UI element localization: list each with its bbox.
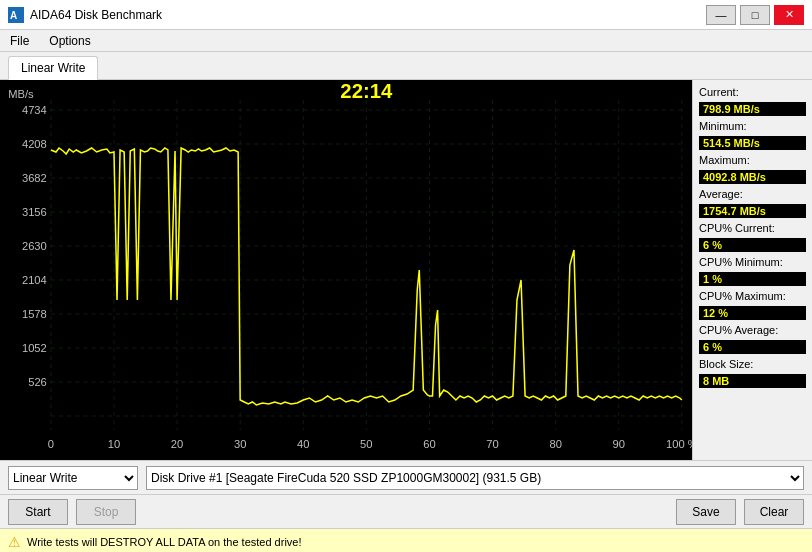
main-content: 4734 4208 3682 3156 2630 2104 1578 1052 … <box>0 80 812 460</box>
svg-text:3682: 3682 <box>22 172 47 184</box>
tab-linear-write[interactable]: Linear Write <box>8 56 98 80</box>
svg-text:30: 30 <box>234 438 246 450</box>
svg-rect-2 <box>0 80 692 460</box>
clear-button[interactable]: Clear <box>744 499 804 525</box>
save-button[interactable]: Save <box>676 499 736 525</box>
current-label: Current: <box>699 86 806 98</box>
svg-text:100 %: 100 % <box>666 438 692 450</box>
minimum-value: 514.5 MB/s <box>699 136 806 150</box>
maximize-button[interactable]: □ <box>740 5 770 25</box>
title-bar-left: A AIDA64 Disk Benchmark <box>8 7 162 23</box>
minimum-label: Minimum: <box>699 120 806 132</box>
app-icon: A <box>8 7 24 23</box>
cpu-maximum-label: CPU% Maximum: <box>699 290 806 302</box>
menu-file[interactable]: File <box>4 32 35 50</box>
svg-text:1052: 1052 <box>22 342 47 354</box>
cpu-minimum-value: 1 % <box>699 272 806 286</box>
average-value: 1754.7 MB/s <box>699 204 806 218</box>
title-controls: — □ ✕ <box>706 5 804 25</box>
cpu-current-label: CPU% Current: <box>699 222 806 234</box>
cpu-average-label: CPU% Average: <box>699 324 806 336</box>
drive-select[interactable]: Disk Drive #1 [Seagate FireCuda 520 SSD … <box>146 466 804 490</box>
svg-text:A: A <box>10 10 17 21</box>
title-bar: A AIDA64 Disk Benchmark — □ ✕ <box>0 0 812 30</box>
menu-bar: File Options <box>0 30 812 52</box>
svg-text:10: 10 <box>108 438 120 450</box>
svg-text:2630: 2630 <box>22 240 47 252</box>
svg-text:80: 80 <box>549 438 561 450</box>
chart-svg: 4734 4208 3682 3156 2630 2104 1578 1052 … <box>0 80 692 460</box>
minimize-button[interactable]: — <box>706 5 736 25</box>
stop-button[interactable]: Stop <box>76 499 136 525</box>
current-value: 798.9 MB/s <box>699 102 806 116</box>
maximum-label: Maximum: <box>699 154 806 166</box>
stats-panel: Current: 798.9 MB/s Minimum: 514.5 MB/s … <box>692 80 812 460</box>
svg-text:0: 0 <box>48 438 54 450</box>
cpu-minimum-label: CPU% Minimum: <box>699 256 806 268</box>
tab-bar: Linear Write <box>0 52 812 80</box>
svg-text:40: 40 <box>297 438 309 450</box>
start-button[interactable]: Start <box>8 499 68 525</box>
average-label: Average: <box>699 188 806 200</box>
svg-text:MB/s: MB/s <box>8 88 34 100</box>
warning-text: Write tests will DESTROY ALL DATA on the… <box>27 536 302 548</box>
cpu-maximum-value: 12 % <box>699 306 806 320</box>
cpu-average-value: 6 % <box>699 340 806 354</box>
maximum-value: 4092.8 MB/s <box>699 170 806 184</box>
svg-text:50: 50 <box>360 438 372 450</box>
svg-text:22:14: 22:14 <box>340 80 393 102</box>
svg-text:4734: 4734 <box>22 104 47 116</box>
warning-icon: ⚠ <box>8 534 21 550</box>
chart-area: 4734 4208 3682 3156 2630 2104 1578 1052 … <box>0 80 692 460</box>
svg-text:4208: 4208 <box>22 138 47 150</box>
svg-text:526: 526 <box>28 376 47 388</box>
block-size-value: 8 MB <box>699 374 806 388</box>
title-text: AIDA64 Disk Benchmark <box>30 8 162 22</box>
mode-select[interactable]: Linear Write Linear Read Random Read Ran… <box>8 466 138 490</box>
warning-bar: ⚠ Write tests will DESTROY ALL DATA on t… <box>0 528 812 552</box>
svg-text:2104: 2104 <box>22 274 47 286</box>
svg-text:60: 60 <box>423 438 435 450</box>
cpu-current-value: 6 % <box>699 238 806 252</box>
bottom-bar: Start Stop Save Clear <box>0 494 812 528</box>
close-button[interactable]: ✕ <box>774 5 804 25</box>
svg-text:20: 20 <box>171 438 183 450</box>
svg-text:1578: 1578 <box>22 308 47 320</box>
controls-row: Linear Write Linear Read Random Read Ran… <box>0 460 812 494</box>
block-size-label: Block Size: <box>699 358 806 370</box>
svg-text:3156: 3156 <box>22 206 47 218</box>
menu-options[interactable]: Options <box>43 32 96 50</box>
svg-text:70: 70 <box>486 438 498 450</box>
svg-text:90: 90 <box>613 438 625 450</box>
